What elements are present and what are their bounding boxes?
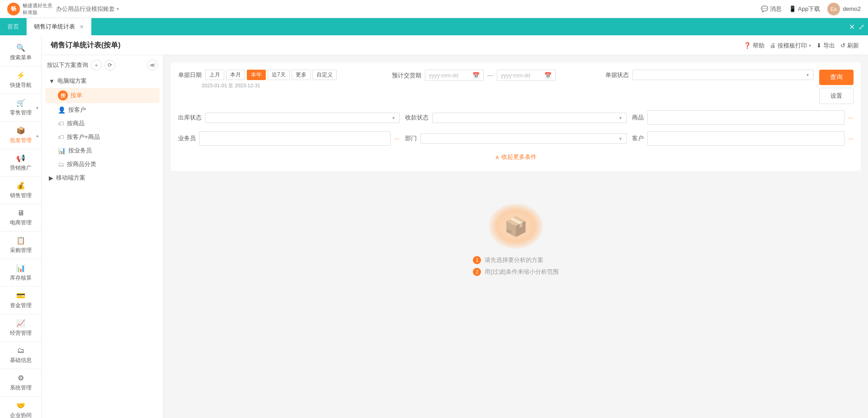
help-btn[interactable]: ❓ 帮助 (744, 42, 764, 50)
logo-text: 畅捷通好生意 标准版 (23, 2, 52, 15)
more-btn[interactable]: 更多 (292, 70, 311, 80)
active-indicator: 按 (58, 90, 68, 100)
outstock-select[interactable]: ▾ (205, 113, 400, 123)
delivery-start-placeholder: yyyy-mm-dd (429, 72, 458, 79)
filter-row-1: 单据日期 上月 本月 本年 近7天 更多 自定义 (178, 70, 854, 104)
salesperson-input[interactable] (199, 131, 391, 146)
query-button[interactable]: 查询 (819, 70, 854, 85)
tab-sales-order-stat[interactable]: 销售订单统计表 ✕ (27, 18, 91, 35)
tab-expand-icon[interactable]: ⤢ (859, 23, 864, 31)
basic-icon: 🗂 (17, 347, 24, 355)
filter-group-product: 商品 ··· (632, 110, 854, 125)
print-icon: 🖨 (770, 42, 776, 49)
sidebar-item-search[interactable]: 🔍 搜索菜单 (0, 39, 41, 66)
tree-pc-section[interactable]: ▼ 电脑端方案 (45, 74, 160, 88)
add-scheme-btn[interactable]: ＋ (91, 60, 102, 71)
sidebar-item-ecommerce[interactable]: 🖥 电商管理 (0, 204, 41, 232)
enterprise-icon: 🤝 (16, 401, 25, 410)
sidebar-item-inventory[interactable]: 📊 库存核算 (0, 259, 41, 287)
product-label: 商品 (632, 114, 644, 122)
tree-parent-arrow-icon: ▼ (49, 78, 55, 85)
sidebar: 🔍 搜索菜单 ⚡ 快捷导航 🛒 零售管理 ▾ 📦 批发管理 ▴ 📢 营销推广 💰… (0, 35, 42, 418)
refresh-scheme-btn[interactable]: ⟳ (104, 60, 115, 71)
by-salesperson-icon: 📊 (58, 147, 66, 154)
content-area: 销售订单统计表(按单) ❓ 帮助 🖨 按模板打印 ▾ ⬇ 导出 (42, 35, 868, 418)
sidebar-item-finance[interactable]: 💳 资金管理 (0, 287, 41, 314)
main-layout: 🔍 搜索菜单 ⚡ 快捷导航 🛒 零售管理 ▾ 📦 批发管理 ▴ 📢 营销推广 💰… (0, 35, 868, 418)
app-title[interactable]: 办公用品行业模拟账套 ▾ (56, 5, 119, 13)
app-title-arrow-icon: ▾ (117, 6, 119, 11)
customer-input[interactable] (647, 131, 844, 146)
help-icon: ❓ (744, 42, 751, 49)
tab-close-all-icon[interactable]: ✕ (849, 23, 855, 31)
custom-btn[interactable]: 自定义 (312, 70, 337, 80)
filter-group-delivery: 预计交货期 yyyy-mm-dd 📅 — yyyy-mm-dd 📅 (392, 70, 600, 81)
message-icon: 💬 (761, 5, 768, 12)
user-area[interactable]: Ea demo2 (827, 3, 861, 15)
empty-tips: 1 请先选择要分析的方案 2 用[过滤]条件来缩小分析范围 (473, 256, 558, 276)
collapse-panel-btn[interactable]: ≪ (147, 60, 158, 71)
delivery-start-input[interactable]: yyyy-mm-dd 📅 (425, 70, 484, 81)
empty-state: 📦 1 请先选择要分析的方案 2 用[过滤]条件来缩小分析范围 (171, 176, 861, 303)
download-icon: 📱 (789, 5, 796, 12)
last7-btn[interactable]: 近7天 (268, 70, 290, 80)
print-btn[interactable]: 🖨 按模板打印 ▾ (770, 42, 811, 50)
message-btn[interactable]: 💬 消息 (761, 5, 782, 13)
tree-mobile-section[interactable]: ▶ 移动端方案 (45, 171, 160, 185)
salesperson-dots-btn[interactable]: ··· (394, 135, 400, 142)
department-select[interactable]: ▾ (420, 133, 627, 144)
retail-icon: 🛒 (16, 99, 25, 107)
tree-child-by-product[interactable]: 🏷 按商品 (45, 117, 160, 130)
sidebar-item-wholesale[interactable]: 📦 批发管理 ▴ (0, 122, 41, 149)
right-panel: 单据日期 上月 本月 本年 近7天 更多 自定义 (164, 55, 868, 418)
settings-button[interactable]: 设置 (819, 88, 854, 104)
payment-select[interactable]: ▾ (432, 113, 627, 123)
tab-close-icon[interactable]: ✕ (80, 24, 84, 30)
sidebar-item-enterprise[interactable]: 🤝 企业协同 (0, 397, 41, 418)
sidebar-item-retail[interactable]: 🛒 零售管理 ▾ (0, 94, 41, 122)
payment-label: 收款状态 (405, 114, 429, 122)
this-year-btn[interactable]: 本年 (247, 70, 266, 80)
tree-child-by-salesperson[interactable]: 📊 按业务员 (45, 144, 160, 157)
product-dots-btn[interactable]: ··· (848, 114, 854, 121)
collapse-row[interactable]: ∧ 收起更多条件 (178, 150, 854, 164)
sidebar-item-quick-nav[interactable]: ⚡ 快捷导航 (0, 66, 41, 94)
refresh-btn[interactable]: ↺ 刷新 (840, 42, 859, 50)
page-actions: ❓ 帮助 🖨 按模板打印 ▾ ⬇ 导出 ↺ 刷新 (744, 42, 859, 50)
date-range-dash: — (487, 72, 493, 79)
system-icon: ⚙ (18, 374, 24, 382)
date-shortcuts: 上月 本月 本年 近7天 更多 自定义 (205, 70, 337, 80)
salesperson-label: 业务员 (178, 134, 196, 142)
prev-month-btn[interactable]: 上月 (205, 70, 224, 80)
sidebar-item-system[interactable]: ⚙ 系统管理 (0, 369, 41, 397)
sidebar-item-sales[interactable]: 💰 销售管理 (0, 177, 41, 204)
tab-bar-actions: ✕ ⤢ (849, 23, 868, 31)
sidebar-item-purchase[interactable]: 📋 采购管理 (0, 232, 41, 259)
delivery-end-input[interactable]: yyyy-mm-dd 📅 (497, 70, 556, 81)
filter-group-salesperson: 业务员 ··· (178, 131, 400, 146)
tree-child-by-customer[interactable]: 👤 按客户 (45, 103, 160, 117)
this-month-btn[interactable]: 本月 (226, 70, 245, 80)
filter-group-status: 单据状态 ▾ (605, 70, 814, 80)
search-icon: 🔍 (16, 43, 25, 52)
tree-child-by-product-category[interactable]: 🗂 按商品分类 (45, 157, 160, 171)
export-btn[interactable]: ⬇ 导出 (816, 42, 835, 50)
by-customer-product-icon: 🏷 (58, 133, 64, 141)
wholesale-expand-icon: ▴ (36, 133, 38, 138)
status-select[interactable]: ▾ (632, 70, 814, 80)
action-btn-group: 查询 设置 (819, 70, 854, 104)
sidebar-item-operation[interactable]: 📈 经营管理 (0, 314, 41, 342)
tree-child-by-customer-product[interactable]: 🏷 按客户+商品 (45, 130, 160, 144)
purchase-icon: 📋 (16, 236, 25, 245)
app-download-btn[interactable]: 📱 App下载 (789, 5, 820, 13)
tab-home[interactable]: 首页 (0, 18, 27, 35)
sidebar-item-basic[interactable]: 🗂 基础信息 (0, 342, 41, 369)
product-input[interactable] (647, 110, 844, 125)
retail-expand-icon: ▾ (36, 105, 38, 110)
sidebar-item-marketing[interactable]: 📢 营销推广 (0, 149, 41, 177)
delivery-label: 预计交货期 (392, 71, 421, 80)
customer-dots-btn[interactable]: ··· (848, 135, 854, 142)
page-header: 销售订单统计表(按单) ❓ 帮助 🖨 按模板打印 ▾ ⬇ 导出 (42, 35, 868, 55)
tree-child-by-order[interactable]: 按 按单 (45, 88, 160, 103)
delivery-end-placeholder: yyyy-mm-dd (501, 72, 530, 79)
